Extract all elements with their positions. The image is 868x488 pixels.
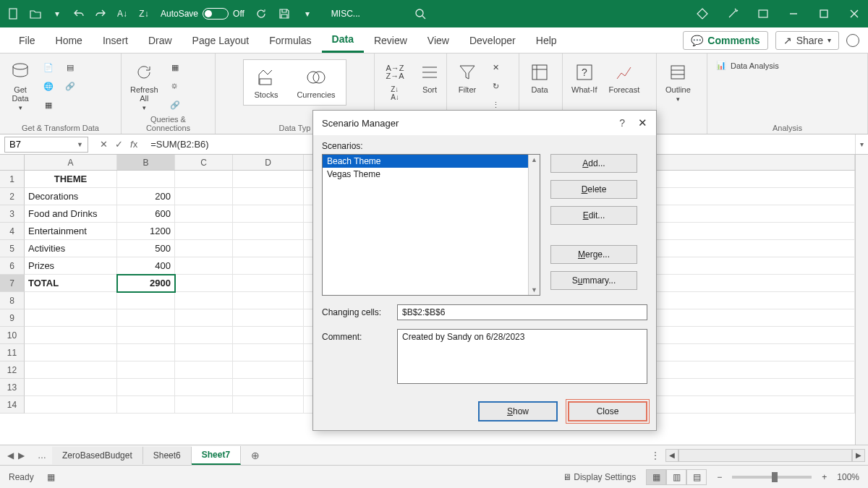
list-item[interactable]: Vegas Theme bbox=[323, 168, 540, 181]
share-button[interactable]: ↗ Share ▾ bbox=[775, 31, 839, 50]
cell[interactable] bbox=[175, 257, 233, 275]
cell[interactable]: 1200 bbox=[117, 223, 175, 240]
cell[interactable]: TOTAL bbox=[25, 275, 117, 292]
cell[interactable] bbox=[25, 344, 117, 361]
zoom-in-icon[interactable]: + bbox=[822, 472, 827, 482]
refresh-all-button[interactable]: Refresh All ▾ bbox=[127, 59, 161, 113]
cancel-icon[interactable]: ✕ bbox=[100, 139, 108, 150]
cell[interactable] bbox=[233, 171, 304, 188]
maximize-icon[interactable] bbox=[817, 7, 830, 20]
cell[interactable]: THEME bbox=[25, 171, 117, 188]
sort-az-button[interactable]: A→ZZ→A Z↓ A↓ bbox=[380, 59, 409, 103]
tab-data[interactable]: Data bbox=[322, 27, 364, 53]
filter-button[interactable]: Filter bbox=[453, 59, 482, 95]
cell[interactable] bbox=[233, 344, 304, 361]
row-header[interactable]: 5 bbox=[0, 240, 25, 257]
autosave-toggle[interactable]: AutoSave Off bbox=[161, 8, 244, 20]
cell[interactable]: Food and Drinks bbox=[25, 205, 117, 223]
cell[interactable]: 2900 bbox=[117, 275, 175, 292]
tab-page-layout[interactable]: Page Layout bbox=[182, 29, 260, 52]
display-settings-button[interactable]: 🖥 Display Settings bbox=[563, 472, 636, 482]
name-box[interactable]: B7 ▼ bbox=[4, 137, 88, 153]
zoom-level[interactable]: 100% bbox=[837, 472, 859, 482]
hscroll-right-icon[interactable]: ▶ bbox=[852, 449, 865, 462]
row-header[interactable]: 11 bbox=[0, 344, 25, 361]
cell[interactable] bbox=[25, 379, 117, 396]
cell[interactable]: 500 bbox=[117, 240, 175, 257]
cell[interactable]: Entertainment bbox=[25, 223, 117, 240]
search-icon[interactable] bbox=[414, 7, 427, 20]
cell[interactable] bbox=[117, 327, 175, 344]
cell[interactable] bbox=[175, 396, 233, 414]
column-header[interactable]: C bbox=[175, 155, 233, 170]
tab-file[interactable]: File bbox=[9, 29, 46, 52]
horizontal-scrollbar[interactable] bbox=[678, 449, 852, 462]
account-icon[interactable] bbox=[846, 34, 859, 47]
cell[interactable] bbox=[175, 223, 233, 240]
cell[interactable] bbox=[233, 240, 304, 257]
stocks-button[interactable]: Stocks bbox=[251, 64, 281, 100]
existing-conn-icon[interactable]: 🔗 bbox=[62, 78, 78, 94]
new-icon[interactable] bbox=[7, 7, 20, 20]
outline-button[interactable]: Outline ▾ bbox=[663, 59, 694, 104]
view-page-layout-icon[interactable]: ▥ bbox=[666, 469, 686, 485]
cell[interactable] bbox=[233, 205, 304, 223]
sheet-tab[interactable]: ZeroBasedBudget bbox=[52, 447, 143, 464]
cell[interactable] bbox=[25, 292, 117, 309]
show-button[interactable]: Show bbox=[478, 401, 558, 421]
scenarios-listbox[interactable]: Beach Theme Vegas Theme ▲▼ bbox=[322, 154, 540, 296]
zoom-out-icon[interactable]: − bbox=[717, 472, 722, 482]
macro-icon[interactable]: ▦ bbox=[47, 472, 55, 482]
fx-icon[interactable]: fx bbox=[130, 139, 137, 150]
cell[interactable]: Prizes bbox=[25, 257, 117, 275]
chevron-down-icon[interactable]: ▾ bbox=[51, 7, 64, 20]
chevron-down-icon[interactable]: ▼ bbox=[77, 141, 83, 148]
row-header[interactable]: 10 bbox=[0, 327, 25, 344]
cell[interactable] bbox=[233, 275, 304, 292]
cell[interactable] bbox=[117, 344, 175, 361]
row-header[interactable]: 4 bbox=[0, 223, 25, 240]
row-header[interactable]: 2 bbox=[0, 188, 25, 205]
open-icon[interactable] bbox=[29, 7, 42, 20]
tab-review[interactable]: Review bbox=[364, 29, 417, 52]
properties-icon[interactable]: ⛭ bbox=[167, 78, 183, 94]
chevron-down-icon[interactable]: ▾ bbox=[301, 7, 314, 20]
hscroll-dots[interactable]: ⋮ bbox=[645, 450, 665, 461]
cell[interactable] bbox=[175, 171, 233, 188]
close-button[interactable]: Close bbox=[568, 401, 647, 421]
tab-view[interactable]: View bbox=[417, 29, 459, 52]
row-header[interactable]: 8 bbox=[0, 292, 25, 309]
undo-icon[interactable] bbox=[72, 7, 85, 20]
cell[interactable] bbox=[117, 171, 175, 188]
cell[interactable] bbox=[175, 292, 233, 309]
from-web-icon[interactable]: 🌐 bbox=[41, 78, 56, 94]
tab-nav-prev-icon[interactable]: ◀ bbox=[7, 450, 14, 461]
changing-cells-input[interactable]: $B$2:$B$6 bbox=[397, 304, 647, 320]
cell[interactable]: Activities bbox=[25, 240, 117, 257]
tab-help[interactable]: Help bbox=[526, 29, 567, 52]
hscroll-left-icon[interactable]: ◀ bbox=[665, 449, 678, 462]
cell[interactable] bbox=[175, 327, 233, 344]
row-header[interactable]: 12 bbox=[0, 361, 25, 379]
comments-button[interactable]: 💬 Comments bbox=[683, 31, 767, 50]
sheet-tab[interactable]: Sheet7 bbox=[192, 446, 241, 465]
column-header[interactable]: B bbox=[117, 155, 175, 170]
row-header[interactable]: 7 bbox=[0, 275, 25, 292]
cell[interactable] bbox=[233, 188, 304, 205]
edit-button[interactable]: Edit... bbox=[550, 206, 637, 225]
merge-button[interactable]: Merge... bbox=[550, 245, 637, 264]
reapply-icon[interactable]: ↻ bbox=[488, 78, 503, 94]
from-table-icon[interactable]: ▦ bbox=[41, 97, 56, 113]
row-header[interactable]: 13 bbox=[0, 379, 25, 396]
delete-button[interactable]: Delete bbox=[550, 180, 637, 199]
listbox-scrollbar[interactable]: ▲▼ bbox=[528, 155, 540, 295]
vertical-scrollbar[interactable] bbox=[855, 155, 868, 465]
data-analysis-button[interactable]: 📊 Data Analysis bbox=[713, 56, 861, 74]
cell[interactable] bbox=[175, 344, 233, 361]
whatif-button[interactable]: ? What-If bbox=[569, 59, 600, 95]
cell[interactable] bbox=[117, 361, 175, 379]
cell[interactable] bbox=[233, 309, 304, 327]
sort-desc-icon[interactable]: Z↓ bbox=[137, 7, 150, 20]
summary-button[interactable]: Summary... bbox=[550, 271, 637, 290]
sort-button[interactable]: Sort bbox=[415, 59, 444, 95]
